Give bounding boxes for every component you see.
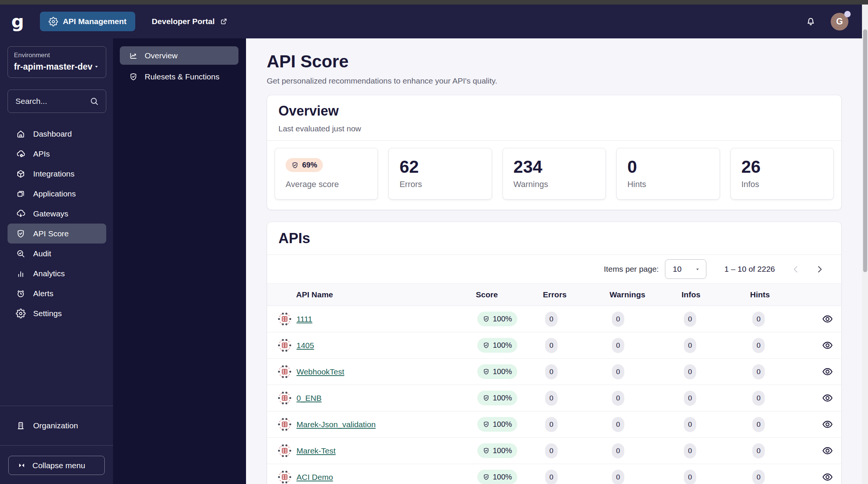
organization-label: Organization xyxy=(33,421,78,430)
sidebar-item-integrations[interactable]: Integrations xyxy=(8,164,106,184)
warnings-count: 0 xyxy=(612,338,624,353)
search-input[interactable] xyxy=(15,96,89,106)
score-badge: 100% xyxy=(477,338,517,353)
search-check-icon xyxy=(16,249,26,259)
user-avatar[interactable]: G xyxy=(831,13,848,30)
sidebar-item-dashboard[interactable]: Dashboard xyxy=(8,124,106,144)
overview-card-subtitle: Last evaluated just now xyxy=(278,123,830,134)
infos-count: 0 xyxy=(684,470,696,484)
api-name-link[interactable]: WebhookTest xyxy=(296,367,344,376)
sidebar-item-analytics[interactable]: Analytics xyxy=(8,263,106,283)
shield-check-icon xyxy=(483,447,490,454)
developer-portal-label: Developer Portal xyxy=(152,17,215,26)
developer-portal-link[interactable]: Developer Portal xyxy=(152,17,228,26)
eye-button[interactable] xyxy=(822,471,833,483)
api-avatar-icon xyxy=(278,470,292,484)
next-page-chevron-icon[interactable] xyxy=(815,264,825,274)
api-avatar-icon xyxy=(278,417,292,431)
secondary-sidebar: Overview Rulesets & Functions xyxy=(113,38,246,484)
warnings-count: 0 xyxy=(612,391,624,406)
avatar-initial: G xyxy=(836,17,843,27)
api-name-link[interactable]: 1405 xyxy=(296,341,314,350)
scrollbar-thumb[interactable] xyxy=(863,29,867,272)
api-avatar-icon xyxy=(278,444,292,458)
hints-count: 0 xyxy=(752,338,765,353)
shield-check-icon xyxy=(483,315,490,323)
environment-select[interactable]: Environment fr-apim-master-dev xyxy=(8,46,106,78)
api-name-link[interactable]: 0_ENB xyxy=(296,394,322,403)
eye-button[interactable] xyxy=(822,445,833,457)
eye-button[interactable] xyxy=(822,366,833,377)
sidebar-item-label: Applications xyxy=(33,189,76,198)
api-name-link[interactable]: 1111 xyxy=(296,315,312,324)
cloud-gear-icon xyxy=(16,149,26,159)
alarm-icon xyxy=(16,289,26,298)
sidebar-item-alerts[interactable]: Alerts xyxy=(8,283,106,303)
errors-count: 0 xyxy=(545,364,558,379)
api-name-link[interactable]: ACI Demo xyxy=(296,473,333,482)
score-badge: 100% xyxy=(477,443,517,458)
app-root: g API Management Developer Portal G Envi… xyxy=(0,0,868,484)
topbar: g API Management Developer Portal G xyxy=(0,5,862,38)
collapse-menu-button[interactable]: Collapse menu xyxy=(8,456,105,475)
previous-page-chevron-icon[interactable] xyxy=(791,264,801,274)
average-score-value: 69% xyxy=(302,161,317,169)
shield-check-icon xyxy=(483,421,490,428)
cloud-download-icon xyxy=(16,209,26,219)
score-badge: 100% xyxy=(477,417,517,432)
infos-count: 0 xyxy=(684,391,696,406)
shield-check-icon xyxy=(483,368,490,375)
infos-count: 0 xyxy=(684,443,696,458)
sidebar-item-apis[interactable]: APIs xyxy=(8,144,106,164)
bar-chart-icon xyxy=(16,269,26,279)
warnings-count: 0 xyxy=(612,364,624,379)
sidebar-item-settings[interactable]: Settings xyxy=(8,303,106,323)
gravitee-logo: g xyxy=(11,14,24,29)
eye-button[interactable] xyxy=(822,313,833,325)
infos-count: 0 xyxy=(684,338,696,353)
stat-value: 234 xyxy=(513,158,595,175)
sidebar-item-api-score[interactable]: API Score xyxy=(8,224,106,244)
page-size-value: 10 xyxy=(673,265,682,274)
sidebar-item-applications[interactable]: Applications xyxy=(8,184,106,204)
main-content: API Score Get personalized recommendatio… xyxy=(246,38,862,484)
score-badge: 100% xyxy=(477,391,517,405)
building-icon xyxy=(16,421,26,431)
sidebar-item-label: Integrations xyxy=(33,169,75,178)
api-avatar-icon xyxy=(278,365,292,379)
sidebar-item-organization[interactable]: Organization xyxy=(0,406,113,445)
page-size-select[interactable]: 10 xyxy=(665,259,706,279)
infos-count: 0 xyxy=(684,364,696,379)
eye-button[interactable] xyxy=(822,339,833,351)
apis-card: APIs Items per page: 10 1 – 10 of 2226 A… xyxy=(267,222,842,484)
subsidebar-item-label: Rulesets & Functions xyxy=(145,72,219,81)
stat-card-infos: 26Infos xyxy=(730,148,834,199)
errors-count: 0 xyxy=(545,312,558,327)
sidebar-item-gateways[interactable]: Gateways xyxy=(8,204,106,224)
api-name-link[interactable]: Marek-Test xyxy=(296,446,336,455)
api-name-link[interactable]: Marek-Json_validation xyxy=(296,420,376,429)
hints-count: 0 xyxy=(752,417,765,432)
search-icon[interactable] xyxy=(89,96,99,106)
stat-card-average-score: 69% Average score xyxy=(275,148,378,199)
warnings-count: 0 xyxy=(612,470,624,484)
subsidebar-item-label: Overview xyxy=(145,51,178,60)
shield-check-icon xyxy=(483,473,490,481)
eye-button[interactable] xyxy=(822,392,833,404)
subsidebar-item-rulesets-functions[interactable]: Rulesets & Functions xyxy=(120,67,238,86)
external-link-icon xyxy=(220,17,228,26)
notifications-bell-icon[interactable] xyxy=(805,16,816,27)
errors-count: 0 xyxy=(545,470,558,484)
stat-card-hints: 0Hints xyxy=(616,148,720,199)
shield-check-icon xyxy=(129,72,138,81)
page-subtitle: Get personalized recommendations to enha… xyxy=(267,76,842,85)
api-management-button[interactable]: API Management xyxy=(40,12,135,31)
eye-button[interactable] xyxy=(822,419,833,430)
collapse-menu-label: Collapse menu xyxy=(32,461,85,470)
stat-card-errors: 62Errors xyxy=(388,148,492,199)
caret-down-icon xyxy=(93,63,100,70)
stat-label: Hints xyxy=(627,180,709,189)
sidebar-item-audit[interactable]: Audit xyxy=(8,244,106,263)
column-header-score: Score xyxy=(476,290,543,299)
subsidebar-item-overview[interactable]: Overview xyxy=(120,46,238,65)
